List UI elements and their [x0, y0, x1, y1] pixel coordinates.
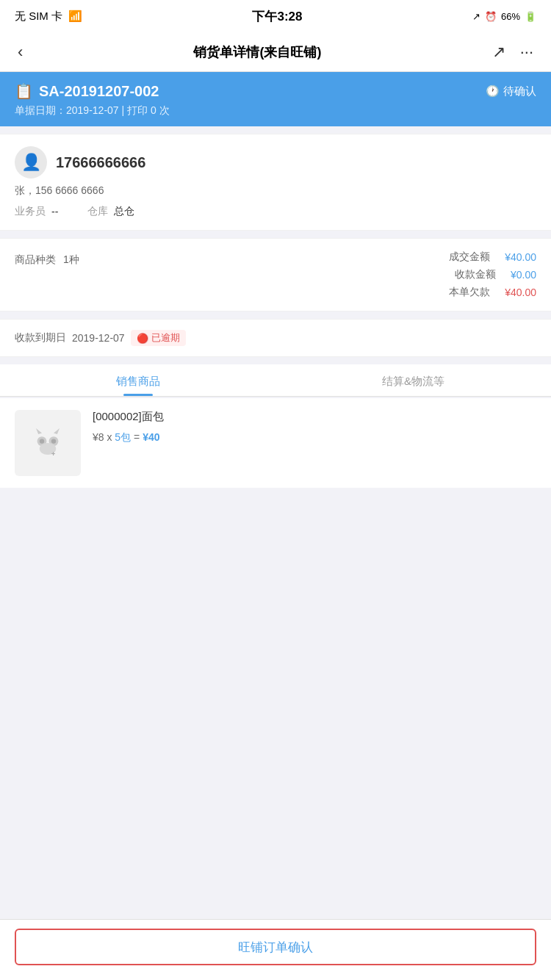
equals-text: =: [131, 431, 143, 443]
salesman-label: 业务员: [15, 205, 46, 218]
received-value: ¥0.00: [511, 269, 536, 281]
confirm-button[interactable]: 旺铺订单确认: [15, 929, 536, 965]
due-label: 收款到期日: [15, 331, 66, 345]
wifi-icon: 📶: [68, 10, 82, 23]
product-section: + [0000002]面包 ¥8 x 5包 = ¥40: [0, 398, 551, 488]
tab-settlement[interactable]: 结算&物流等: [276, 364, 551, 396]
status-left: 无 SIM 卡 📶: [15, 10, 82, 24]
owed-value: ¥40.00: [505, 287, 536, 298]
overdue-text: 已逾期: [151, 331, 180, 345]
salesman-meta: 业务员 --: [15, 205, 58, 218]
status-text: 待确认: [503, 84, 536, 98]
deal-label: 成交金额: [449, 251, 490, 264]
alarm-icon: ⏰: [485, 11, 497, 22]
summary-row-deal: 成交金额 ¥40.00: [449, 251, 536, 264]
order-banner-top: 📋 SA-20191207-002 🕐 待确认: [15, 82, 536, 100]
battery-icon: 🔋: [525, 11, 536, 22]
warehouse-label: 仓库: [87, 205, 108, 218]
product-type-value: 1种: [63, 253, 79, 267]
customer-meta: 业务员 -- 仓库 总仓: [15, 205, 536, 218]
status-clock-icon: 🕐: [486, 84, 500, 98]
svg-marker-7: [54, 428, 60, 434]
battery-label: 66%: [501, 11, 520, 22]
nav-bar: ‹ 销货单详情(来自旺铺) ↗ ···: [0, 32, 551, 72]
tab-products[interactable]: 销售商品: [0, 364, 276, 396]
order-id: 📋 SA-20191207-002: [15, 82, 159, 100]
tab-settlement-label: 结算&物流等: [382, 375, 444, 387]
tab-products-label: 销售商品: [116, 375, 160, 387]
carrier-label: 无 SIM 卡: [15, 10, 62, 24]
product-image: +: [15, 410, 81, 476]
order-date: 单据日期：2019-12-07 | 打印 0 次: [15, 104, 536, 118]
product-total: ¥40: [143, 431, 159, 443]
customer-section: 👤 17666666666 张，156 6666 6666 业务员 -- 仓库 …: [0, 134, 551, 231]
confirm-btn-container: 旺铺订单确认: [0, 919, 551, 980]
summary-section: 商品种类 1种 成交金额 ¥40.00 收款金额 ¥0.00 本单欠款 ¥40.…: [0, 238, 551, 311]
product-type-label: 商品种类: [15, 253, 56, 267]
svg-point-3: [51, 439, 56, 443]
status-bar: 无 SIM 卡 📶 下午3:28 ↗ ⏰ 66% 🔋: [0, 0, 551, 32]
product-qty: 5包: [115, 431, 131, 443]
summary-row-received: 收款金额 ¥0.00: [455, 268, 536, 281]
product-info: [0000002]面包 ¥8 x 5包 = ¥40: [93, 410, 536, 444]
svg-point-2: [40, 439, 44, 443]
nav-right-icons: ↗ ···: [486, 37, 539, 68]
summary-row-owed: 本单欠款 ¥40.00: [449, 286, 536, 299]
status-right: ↗ ⏰ 66% 🔋: [472, 11, 536, 22]
due-date: 2019-12-07: [72, 332, 125, 344]
summary-left: 商品种类 1种: [15, 251, 79, 267]
warehouse-meta: 仓库 总仓: [87, 205, 134, 218]
overdue-icon: 🔴: [137, 333, 148, 344]
salesman-value: --: [51, 206, 58, 217]
order-icon: 📋: [15, 82, 33, 100]
order-id-text: SA-20191207-002: [39, 83, 159, 100]
overdue-badge: 🔴 已逾期: [131, 330, 186, 346]
due-section: 收款到期日 2019-12-07 🔴 已逾期: [0, 319, 551, 357]
tabs-section: 销售商品 结算&物流等: [0, 364, 551, 397]
status-time: 下午3:28: [252, 8, 302, 25]
back-button[interactable]: ‹: [12, 37, 29, 68]
customer-name: 张，156 6666 6666: [15, 184, 536, 198]
avatar-icon: 👤: [21, 153, 41, 172]
svg-marker-6: [36, 428, 42, 434]
more-button[interactable]: ···: [514, 37, 539, 68]
page-title: 销货单详情(来自旺铺): [29, 43, 486, 61]
product-price: ¥8 x 5包 = ¥40: [93, 431, 536, 444]
share-button[interactable]: ↗: [486, 37, 511, 68]
confirm-button-label: 旺铺订单确认: [238, 939, 313, 956]
owed-label: 本单欠款: [449, 286, 490, 299]
avatar: 👤: [15, 146, 47, 179]
order-banner: 📋 SA-20191207-002 🕐 待确认 单据日期：2019-12-07 …: [0, 72, 551, 126]
location-icon: ↗: [472, 11, 480, 22]
product-name: [0000002]面包: [93, 410, 536, 424]
price-text: ¥8 x: [93, 431, 115, 443]
gray-area: [0, 488, 551, 620]
warehouse-value: 总仓: [114, 205, 134, 218]
order-status: 🕐 待确认: [486, 84, 536, 98]
received-label: 收款金额: [455, 268, 496, 281]
customer-top: 👤 17666666666: [15, 146, 536, 179]
customer-phone: 17666666666: [56, 154, 145, 171]
summary-right: 成交金额 ¥40.00 收款金额 ¥0.00 本单欠款 ¥40.00: [449, 251, 536, 299]
deal-value: ¥40.00: [505, 251, 536, 263]
svg-text:+: +: [51, 450, 56, 458]
